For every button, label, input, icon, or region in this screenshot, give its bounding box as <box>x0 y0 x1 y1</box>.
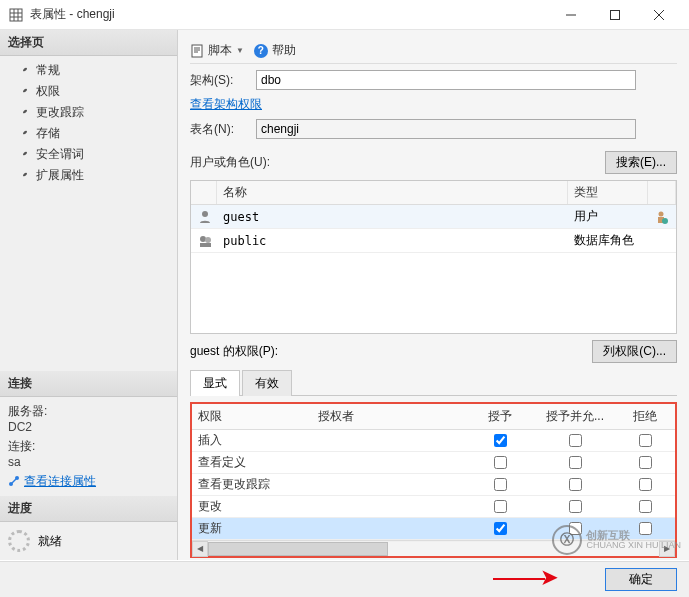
perm-grantor <box>312 503 465 511</box>
sidebar-item-label: 存储 <box>36 125 60 142</box>
conn-label: 连接: <box>8 438 169 455</box>
grant-checkbox[interactable] <box>494 478 507 491</box>
progress-spinner-icon <box>8 530 30 552</box>
window-titlebar: 表属性 - chengji <box>0 0 689 30</box>
grant-checkbox[interactable] <box>494 456 507 469</box>
perm-grantor <box>312 437 465 445</box>
perm-header-grantor: 授权者 <box>312 404 465 429</box>
ok-button[interactable]: 确定 <box>605 568 677 591</box>
withgrant-checkbox[interactable] <box>569 522 582 535</box>
conn-value: sa <box>8 455 169 469</box>
sidebar-item-2[interactable]: 更改跟踪 <box>0 102 177 123</box>
sidebar-item-label: 扩展属性 <box>36 167 84 184</box>
tab-effective[interactable]: 有效 <box>242 370 292 396</box>
scroll-right-arrow-icon[interactable]: ▶ <box>659 541 675 557</box>
permissions-grid: 权限 授权者 授予 授予并允... 拒绝 插入查看定义查看更改跟踪更改更新 ◀ … <box>190 402 677 558</box>
horizontal-scrollbar[interactable]: ◀ ▶ <box>192 540 675 556</box>
svg-rect-6 <box>611 10 620 19</box>
perm-header-deny: 拒绝 <box>615 404 675 429</box>
sidebar-header-progress: 进度 <box>0 496 177 522</box>
perm-row[interactable]: 查看更改跟踪 <box>192 474 675 496</box>
toolbar: 脚本 ▼ ? 帮助 <box>190 38 677 64</box>
search-button[interactable]: 搜索(E)... <box>605 151 677 174</box>
perm-grantor <box>312 481 465 489</box>
scrollbar-thumb[interactable] <box>208 542 388 556</box>
minimize-button[interactable] <box>549 0 593 30</box>
withgrant-checkbox[interactable] <box>569 500 582 513</box>
sidebar-item-5[interactable]: 扩展属性 <box>0 165 177 186</box>
sidebar-item-0[interactable]: 常规 <box>0 60 177 81</box>
role-type: 数据库角色 <box>568 229 648 252</box>
permissions-caption: guest 的权限(P): <box>190 343 584 360</box>
sidebar-item-1[interactable]: 权限 <box>0 81 177 102</box>
wrench-icon <box>16 64 30 78</box>
schema-label: 架构(S): <box>190 72 250 89</box>
wrench-icon <box>16 85 30 99</box>
svg-point-17 <box>659 211 664 216</box>
script-button[interactable]: 脚本 ▼ <box>190 42 244 59</box>
wrench-icon <box>16 148 30 162</box>
view-schema-permissions-link[interactable]: 查看架构权限 <box>190 96 262 113</box>
perm-row[interactable]: 查看定义 <box>192 452 675 474</box>
sidebar-item-label: 常规 <box>36 62 60 79</box>
perm-header-permission: 权限 <box>192 404 312 429</box>
server-value: DC2 <box>8 420 169 434</box>
view-connection-properties-text: 查看连接属性 <box>24 473 96 490</box>
view-connection-properties-link[interactable]: 查看连接属性 <box>8 473 96 490</box>
sidebar-item-4[interactable]: 安全谓词 <box>0 144 177 165</box>
deny-checkbox[interactable] <box>639 478 652 491</box>
grant-checkbox[interactable] <box>494 434 507 447</box>
tablename-input[interactable] <box>256 119 636 139</box>
deny-checkbox[interactable] <box>639 434 652 447</box>
schema-input[interactable] <box>256 70 636 90</box>
table-icon <box>8 7 24 23</box>
deny-checkbox[interactable] <box>639 522 652 535</box>
help-button[interactable]: ? 帮助 <box>254 42 296 59</box>
withgrant-checkbox[interactable] <box>569 478 582 491</box>
table-header-type: 类型 <box>568 181 648 204</box>
wrench-icon <box>16 106 30 120</box>
table-row[interactable]: public数据库角色 <box>191 229 676 253</box>
script-button-label: 脚本 <box>208 42 232 59</box>
perm-row[interactable]: 插入 <box>192 430 675 452</box>
perm-row[interactable]: 更新 <box>192 518 675 540</box>
role-action-icon <box>648 238 676 244</box>
svg-rect-22 <box>200 243 211 247</box>
role-action-icon[interactable] <box>648 207 676 227</box>
svg-point-19 <box>662 218 668 224</box>
perm-header-withgrant: 授予并允... <box>535 404 615 429</box>
connection-icon <box>8 475 20 487</box>
tab-explicit[interactable]: 显式 <box>190 370 240 396</box>
grant-checkbox[interactable] <box>494 500 507 513</box>
script-icon <box>190 44 204 58</box>
grant-checkbox[interactable] <box>494 522 507 535</box>
scroll-left-arrow-icon[interactable]: ◀ <box>192 541 208 557</box>
perm-header-grant: 授予 <box>465 404 535 429</box>
svg-point-16 <box>202 211 208 217</box>
tablename-label: 表名(N): <box>190 121 250 138</box>
withgrant-checkbox[interactable] <box>569 434 582 447</box>
users-roles-label: 用户或角色(U): <box>190 154 597 171</box>
perm-row[interactable]: 更改 <box>192 496 675 518</box>
progress-ready-text: 就绪 <box>38 533 62 550</box>
svg-point-21 <box>205 237 211 243</box>
column-permissions-button[interactable]: 列权限(C)... <box>592 340 677 363</box>
main-panel: 脚本 ▼ ? 帮助 架构(S): 查看架构权限 表名(N): 用户或角色(U):… <box>178 30 689 560</box>
deny-checkbox[interactable] <box>639 500 652 513</box>
table-header-action <box>648 181 676 204</box>
withgrant-checkbox[interactable] <box>569 456 582 469</box>
wrench-icon <box>16 169 30 183</box>
permission-tabs: 显式 有效 <box>190 369 677 396</box>
table-header-name: 名称 <box>217 181 568 204</box>
table-row[interactable]: guest用户 <box>191 205 676 229</box>
deny-checkbox[interactable] <box>639 456 652 469</box>
users-roles-table: 名称 类型 guest用户public数据库角色 <box>190 180 677 334</box>
user-icon <box>197 209 213 225</box>
help-icon: ? <box>254 44 268 58</box>
role-name: guest <box>217 207 568 227</box>
dialog-footer: ———➤ 确定 <box>0 561 689 597</box>
sidebar-item-3[interactable]: 存储 <box>0 123 177 144</box>
close-button[interactable] <box>637 0 681 30</box>
role-type: 用户 <box>568 205 648 228</box>
maximize-button[interactable] <box>593 0 637 30</box>
